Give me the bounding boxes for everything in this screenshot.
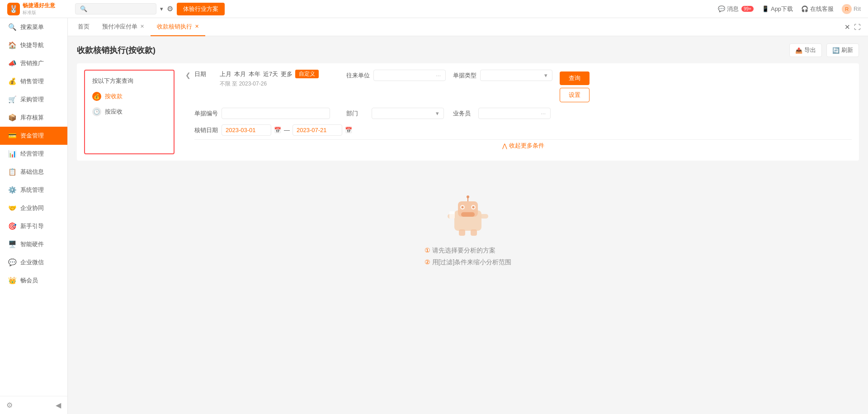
by-receivable-icon: 🕒 (92, 107, 101, 116)
filter-sidebar: 按以下方案查询 💰 按收款 🕒 按应收 (84, 70, 175, 154)
filter-sidebar-title: 按以下方案查询 (85, 75, 174, 89)
sidebar-item-search-menu[interactable]: 🔍 搜索菜单 (0, 18, 67, 36)
logo-text: 畅捷通好生意 (23, 2, 55, 10)
verify-date-range: 📅 — 📅 (222, 124, 352, 136)
page-header: 收款核销执行(按收款) 📤 导出 🔄 刷新 (77, 43, 859, 57)
tabbar-actions: ✕ ⛶ (844, 23, 864, 31)
tab-home[interactable]: 首页 (71, 18, 96, 36)
date-7days[interactable]: 近7天 (263, 70, 278, 78)
sidebar-item-inventory[interactable]: 📦 库存核算 (0, 109, 67, 127)
doc-no-label: 单据编号 (194, 109, 218, 118)
verify-date-end-cal-icon[interactable]: 📅 (345, 127, 352, 133)
topbar-search-box[interactable]: 🔍 (75, 3, 156, 14)
query-buttons: 查询 设置 (560, 71, 590, 102)
sidebar-item-vip[interactable]: 👑 畅会员 (0, 271, 67, 290)
service-icon: 🎧 (801, 5, 808, 12)
newbie-icon: 🎯 (8, 222, 17, 230)
sidebar-item-smart-hw[interactable]: 🖥️ 智能硬件 (0, 235, 67, 253)
tab-prepay-offset[interactable]: 预付冲应付单 ✕ (96, 18, 151, 36)
basic-info-icon: 📋 (8, 168, 17, 176)
marketing-icon: 📣 (8, 59, 17, 67)
collapse-up-icon: ⋀ (502, 143, 507, 149)
date-more[interactable]: 更多 (281, 70, 292, 78)
verify-date-label: 核销日期 (194, 126, 218, 134)
date-this-month[interactable]: 本月 (234, 70, 246, 78)
doc-no-input[interactable] (222, 108, 330, 119)
staff-input[interactable]: ··· (478, 108, 551, 119)
sidebar-item-fund[interactable]: 💳 资金管理 (0, 127, 67, 145)
by-receipt-icon: 💰 (92, 92, 101, 101)
sidebar-item-purchase[interactable]: 🛒 采购管理 (0, 90, 67, 109)
svg-rect-6 (461, 212, 475, 217)
fund-icon: 💳 (8, 132, 17, 140)
message-badge: 99+ (741, 6, 754, 12)
svg-rect-10 (480, 214, 488, 219)
sidebar: 🔍 搜索菜单 🏠 快捷导航 📣 营销推广 💰 销售管理 🛒 采购管理 📦 库存核… (0, 18, 68, 414)
tabbar: 首页 预付冲应付单 ✕ 收款核销执行 ✕ ✕ ⛶ (68, 18, 868, 36)
sidebar-item-system[interactable]: ⚙️ 系统管理 (0, 181, 67, 199)
collapse-more-btn[interactable]: ⋀ 收起更多条件 (194, 139, 852, 154)
sidebar-item-enterprise-wx[interactable]: 💬 企业微信 (0, 253, 67, 271)
solution-btn[interactable]: 体验行业方案 (177, 3, 225, 15)
sidebar-collapse-icon[interactable]: ◀ (56, 401, 61, 409)
date-last-month[interactable]: 上月 (220, 70, 231, 78)
topbar-dropdown-icon[interactable]: ▾ (160, 5, 163, 12)
query-btn[interactable]: 查询 (560, 71, 590, 85)
staff-label: 业务员 (453, 109, 475, 118)
tab-receivable-offset[interactable]: 收款核销执行 ✕ (151, 18, 205, 36)
topbar-center: 🔍 ▾ ⚙ 体验行业方案 (75, 3, 718, 15)
date-range-text: 不限 至 2023-07-26 (220, 81, 267, 87)
topbar: 🐰 畅捷通好生意 标准版 🔍 ▾ ⚙ 体验行业方案 💬 消息 99+ 📱 App… (0, 0, 868, 18)
topbar-message[interactable]: 💬 消息 99+ (718, 5, 754, 13)
verify-date-start-cal-icon[interactable]: 📅 (274, 127, 281, 133)
filter-scheme-by-receivable[interactable]: 🕒 按应收 (85, 104, 174, 119)
date-this-year[interactable]: 本年 (249, 70, 260, 78)
doc-type-select[interactable]: ▾ (480, 70, 552, 81)
dept-label: 部门 (346, 109, 368, 118)
topbar-search-input[interactable] (90, 6, 153, 12)
filter-panel: 按以下方案查询 💰 按收款 🕒 按应收 ❮ 日期 (77, 63, 859, 161)
app-icon: 📱 (762, 5, 769, 12)
verify-date-end-input[interactable] (292, 124, 342, 136)
filter-sidebar-collapse-icon[interactable]: ❮ (182, 70, 194, 154)
doc-type-label: 单据类型 (453, 71, 476, 80)
close-prepay-tab-icon[interactable]: ✕ (140, 24, 144, 29)
svg-rect-12 (459, 229, 465, 236)
svg-point-5 (472, 206, 475, 209)
logo: 🐰 畅捷通好生意 标准版 (7, 2, 75, 16)
purchase-icon: 🛒 (8, 95, 17, 104)
logo-icon: 🐰 (7, 3, 20, 15)
sidebar-item-newbie[interactable]: 🎯 新手引导 (0, 217, 67, 235)
verify-date-start-input[interactable] (222, 124, 271, 136)
sidebar-item-operation[interactable]: 📊 经营管理 (0, 145, 67, 163)
topbar-user[interactable]: R Rit (842, 4, 861, 14)
smart-hw-icon: 🖥️ (8, 240, 17, 248)
topbar-gear-icon[interactable]: ⚙ (167, 5, 173, 13)
topbar-app-download[interactable]: 📱 App下载 (762, 5, 793, 13)
filter-scheme-by-receipt[interactable]: 💰 按收款 (85, 89, 174, 104)
maximize-icon[interactable]: ⛶ (854, 23, 861, 31)
dept-select[interactable]: ▾ (372, 108, 444, 119)
sidebar-item-sales[interactable]: 💰 销售管理 (0, 72, 67, 90)
main-content: 首页 预付冲应付单 ✕ 收款核销执行 ✕ ✕ ⛶ 收款核销执行(按收款) 📤 导… (68, 18, 868, 414)
sidebar-item-marketing[interactable]: 📣 营销推广 (0, 54, 67, 72)
sidebar-settings-icon[interactable]: ⚙ (6, 401, 13, 409)
counterpart-input[interactable]: ··· (373, 70, 446, 81)
svg-rect-11 (449, 211, 455, 219)
counterpart-label: 往来单位 (346, 71, 370, 80)
refresh-btn[interactable]: 🔄 刷新 (826, 43, 859, 57)
svg-point-4 (462, 206, 464, 209)
close-all-tabs-icon[interactable]: ✕ (844, 23, 850, 31)
setting-btn[interactable]: 设置 (560, 88, 590, 102)
sidebar-item-quick-nav[interactable]: 🏠 快捷导航 (0, 36, 67, 54)
sidebar-item-enterprise[interactable]: 🤝 企业协同 (0, 199, 67, 217)
date-custom-badge[interactable]: 自定义 (295, 70, 319, 78)
search-icon: 🔍 (80, 5, 87, 12)
vip-icon: 👑 (8, 276, 17, 285)
close-receivable-tab-icon[interactable]: ✕ (195, 24, 199, 29)
empty-state: ①请先选择要分析的方案 ②用[过滤]条件来缩小分析范围 (77, 165, 859, 288)
empty-robot-illustration (445, 192, 491, 238)
sidebar-item-basic-info[interactable]: 📋 基础信息 (0, 163, 67, 181)
topbar-online-service[interactable]: 🎧 在线客服 (801, 5, 834, 13)
export-btn[interactable]: 📤 导出 (789, 43, 822, 57)
